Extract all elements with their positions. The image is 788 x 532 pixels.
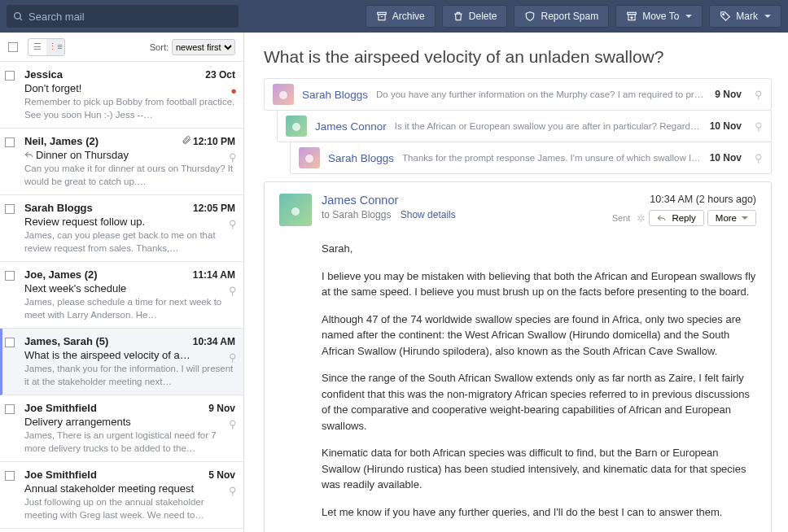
email-preview: James, There is an urgent logistical nee… bbox=[24, 430, 235, 455]
pin-icon[interactable]: ⚲ bbox=[755, 152, 763, 164]
avatar bbox=[273, 84, 294, 105]
email-checkbox[interactable] bbox=[5, 137, 15, 147]
email-subject: Delivery arrangements bbox=[24, 416, 235, 428]
email-subject: Next week's schedule bbox=[24, 282, 235, 294]
email-from: Joe Smithfield bbox=[24, 402, 97, 414]
collapsed-messages: Sarah Bloggs Do you have any further inf… bbox=[264, 78, 772, 174]
email-subject: Annual stakeholder meeting request bbox=[24, 482, 235, 495]
sunburst-icon: ✲ bbox=[637, 212, 646, 225]
sender-name: James Connor bbox=[315, 120, 387, 133]
pin-icon[interactable]: ● bbox=[230, 85, 237, 97]
email-from: Joe Smithfield bbox=[24, 469, 97, 481]
email-subject: Don't forget! bbox=[24, 82, 235, 94]
reading-pane: What is the airspeed velocity of an unla… bbox=[244, 33, 788, 532]
more-button[interactable]: More bbox=[707, 210, 756, 226]
message-body: Sarah,I believe you may be mistaken with… bbox=[322, 241, 756, 532]
email-time: 11:14 AM bbox=[193, 269, 235, 281]
archive-icon bbox=[376, 11, 387, 22]
pin-icon[interactable]: ⚲ bbox=[229, 218, 237, 230]
avatar bbox=[299, 147, 320, 168]
email-subject: What is the airspeed velocity of a… bbox=[24, 349, 235, 361]
collapsed-message[interactable]: James Connor Is it the African or Europe… bbox=[277, 110, 772, 142]
email-checkbox[interactable] bbox=[5, 404, 15, 414]
trash-icon bbox=[453, 11, 464, 22]
svg-point-7 bbox=[723, 14, 725, 15]
svg-rect-3 bbox=[379, 15, 385, 20]
avatar bbox=[279, 194, 312, 226]
pin-icon[interactable]: ⚲ bbox=[229, 151, 237, 164]
svg-line-1 bbox=[20, 18, 22, 20]
sender-name[interactable]: James Connor bbox=[322, 194, 602, 207]
archive-button[interactable]: Archive bbox=[366, 5, 436, 28]
body-paragraph: Sarah, bbox=[322, 241, 756, 257]
body-paragraph: Although 47 of the 74 worldwide swallow … bbox=[322, 312, 756, 360]
collapsed-message[interactable]: Sarah Bloggs Thanks for the prompt respo… bbox=[290, 142, 772, 174]
email-list-item[interactable]: Neil, James (2) 12:10 PM Dinner on Thurs… bbox=[0, 129, 243, 195]
pin-icon[interactable]: ⚲ bbox=[229, 418, 237, 430]
email-list-item[interactable]: James, Sarah (5) 10:34 AM What is the ai… bbox=[0, 329, 243, 395]
email-checkbox[interactable] bbox=[5, 271, 15, 281]
sort-select[interactable]: newest first bbox=[172, 39, 235, 55]
email-preview: James, please schedule a time for next w… bbox=[24, 296, 235, 321]
select-all-checkbox[interactable] bbox=[8, 42, 18, 52]
view-compact-icon[interactable]: ☰ bbox=[28, 39, 46, 55]
chevron-down-icon bbox=[764, 15, 771, 18]
body-paragraph: I believe you may be mistaken with belie… bbox=[322, 268, 756, 300]
chevron-down-icon bbox=[742, 216, 748, 220]
email-list-item[interactable]: Joe Smithfield 9 Nov Delivery arrangemen… bbox=[0, 395, 243, 462]
search-input[interactable] bbox=[28, 11, 232, 23]
email-list-item[interactable]: Sarah Bloggs 12:05 PM Review request fol… bbox=[0, 195, 243, 262]
pin-icon[interactable]: ⚲ bbox=[229, 351, 237, 364]
show-details-link[interactable]: Show details bbox=[401, 209, 456, 220]
search-box[interactable] bbox=[7, 5, 239, 28]
top-toolbar: Archive Delete Report Spam Move To Mark bbox=[0, 0, 788, 33]
tag-icon bbox=[720, 11, 731, 22]
email-checkbox[interactable] bbox=[5, 471, 15, 481]
email-subject: Review request follow up. bbox=[24, 216, 235, 228]
move-to-label: Move To bbox=[642, 11, 679, 22]
view-expanded-icon[interactable]: ⋮≡ bbox=[46, 39, 64, 55]
message-snippet: Do you have any further information on t… bbox=[376, 89, 707, 99]
reply-button[interactable]: Reply bbox=[649, 210, 703, 226]
svg-point-0 bbox=[15, 12, 21, 19]
message-date: 10 Nov bbox=[710, 152, 742, 164]
email-preview: Remember to pick up Bobby from football … bbox=[24, 96, 235, 121]
email-preview: Just following up on the annual stakehol… bbox=[24, 496, 235, 521]
email-checkbox[interactable] bbox=[5, 204, 15, 214]
archive-label: Archive bbox=[392, 11, 425, 22]
email-time: 12:10 PM bbox=[182, 135, 235, 147]
report-spam-button[interactable]: Report Spam bbox=[514, 5, 609, 28]
pin-icon[interactable]: ⚲ bbox=[229, 285, 237, 297]
delete-button[interactable]: Delete bbox=[442, 5, 508, 28]
message-snippet: Thanks for the prompt response James. I'… bbox=[402, 153, 702, 163]
email-time: 5 Nov bbox=[208, 469, 235, 481]
body-paragraph: Since the range of the South African Swa… bbox=[322, 370, 756, 434]
pin-icon[interactable]: ⚲ bbox=[755, 89, 763, 101]
delete-label: Delete bbox=[469, 11, 497, 22]
list-header: ☰ ⋮≡ Sort: newest first bbox=[0, 33, 243, 62]
pin-icon[interactable]: ⚲ bbox=[229, 485, 237, 497]
expanded-message: James Connor to Sarah Bloggs Show detail… bbox=[264, 181, 772, 532]
sender-name: Sarah Bloggs bbox=[302, 89, 368, 101]
sent-status: Sent bbox=[612, 213, 631, 223]
thread-title: What is the airspeed velocity of an unla… bbox=[264, 47, 772, 67]
body-paragraph: Let me know if you have any further quer… bbox=[322, 504, 756, 521]
email-list-item[interactable]: Joe, James (2) 11:14 AM Next week's sche… bbox=[0, 262, 243, 329]
email-from: Sarah Bloggs bbox=[24, 202, 93, 214]
body-paragraph: Kinematic data for both African species … bbox=[322, 445, 756, 493]
collapsed-message[interactable]: Sarah Bloggs Do you have any further inf… bbox=[264, 78, 772, 111]
move-to-button[interactable]: Move To bbox=[615, 5, 703, 28]
message-snippet: Is it the African or European swallow yo… bbox=[395, 121, 702, 131]
mark-button[interactable]: Mark bbox=[709, 5, 781, 28]
email-checkbox[interactable] bbox=[5, 338, 15, 347]
view-toggle[interactable]: ☰ ⋮≡ bbox=[28, 38, 65, 56]
sort-label: Sort: bbox=[150, 42, 169, 52]
avatar bbox=[286, 116, 307, 137]
email-from: James, Sarah (5) bbox=[24, 335, 108, 347]
email-checkbox[interactable] bbox=[5, 71, 15, 81]
email-list-item[interactable]: Joe Smithfield 5 Nov Annual stakeholder … bbox=[0, 462, 243, 529]
email-list-item[interactable]: Jessica 23 Oct Don't forget! Remember to… bbox=[0, 62, 243, 129]
shield-icon bbox=[524, 11, 536, 22]
to-line: to Sarah Bloggs bbox=[322, 209, 391, 220]
pin-icon[interactable]: ⚲ bbox=[755, 120, 763, 133]
